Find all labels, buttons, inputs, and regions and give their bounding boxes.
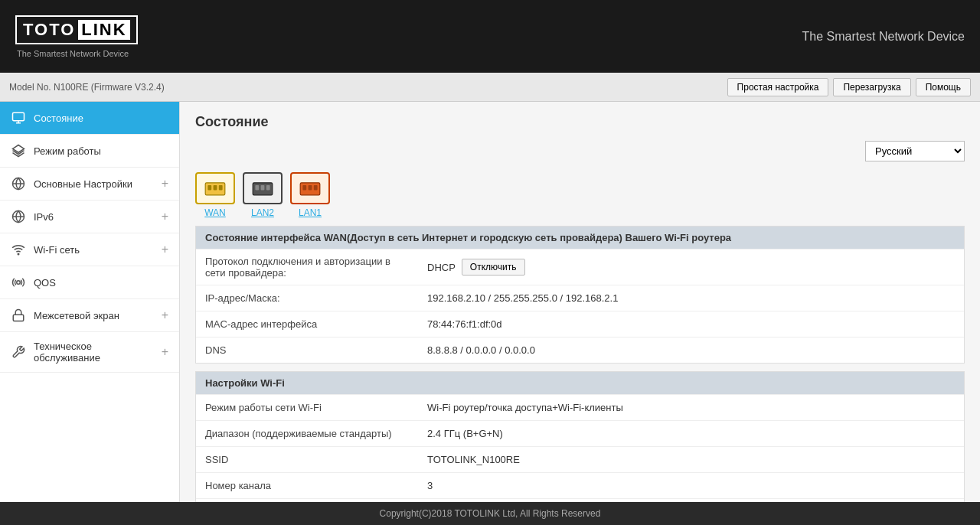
lan2-label: LAN2 bbox=[251, 207, 274, 218]
wifi-channel-label: Номер канала bbox=[196, 473, 418, 498]
wan-row-mac: MAC-адрес интерфейса 78:44:76:f1:df:0d bbox=[196, 311, 964, 337]
sidebar: Состояние Режим работы Основные Настройк… bbox=[0, 102, 180, 502]
logo-area: TOTO LINK The Smartest Network Device bbox=[15, 15, 138, 58]
wifi-ssid-label: SSID bbox=[196, 447, 418, 472]
wan-row-dns: DNS 8.8.8.8 / 0.0.0.0 / 0.0.0.0 bbox=[196, 337, 964, 363]
wan-port-icon bbox=[195, 172, 235, 204]
language-select[interactable]: Русский English 中文 bbox=[865, 141, 965, 161]
wifi-band-value: 2.4 ГГц (B+G+N) bbox=[418, 421, 964, 446]
wan-row-protocol: Протокол подключения и авторизации в сет… bbox=[196, 249, 964, 285]
main-layout: Состояние Режим работы Основные Настройк… bbox=[0, 102, 980, 502]
svg-point-9 bbox=[17, 281, 21, 285]
wrench-icon bbox=[11, 344, 26, 360]
layers-icon bbox=[11, 143, 26, 158]
logo-toto: TOTO bbox=[23, 20, 75, 40]
reboot-button[interactable]: Перезагрузка bbox=[833, 78, 910, 96]
content-area: Состояние Русский English 中文 WAN bbox=[180, 102, 980, 502]
svg-rect-14 bbox=[219, 185, 223, 190]
wan-label: WAN bbox=[204, 207, 226, 218]
logo-link: LINK bbox=[78, 20, 129, 40]
sidebar-item-basic-settings[interactable]: Основные Настройки + bbox=[0, 168, 179, 201]
wifi-row-mode: Режим работы сети Wi-Fi Wi-Fi роутер/точ… bbox=[196, 394, 964, 420]
wifi-encryption-label: Шифрование bbox=[196, 499, 418, 502]
toolbar: Model No. N100RE (Firmware V3.2.4) Прост… bbox=[0, 73, 980, 102]
svg-rect-0 bbox=[13, 112, 24, 121]
sidebar-item-work-mode[interactable]: Режим работы bbox=[0, 135, 179, 168]
footer-text: Copyright(C)2018 TOTOLINK Ltd, All Right… bbox=[380, 508, 601, 519]
sidebar-label-basic-settings: Основные Настройки bbox=[34, 178, 132, 190]
wifi-info-section: Настройки Wi-Fi Режим работы сети Wi-Fi … bbox=[195, 371, 965, 502]
expand-icon-wifi: + bbox=[162, 243, 168, 256]
port-lan1[interactable]: LAN1 bbox=[290, 172, 330, 218]
header: TOTO LINK The Smartest Network Device Th… bbox=[0, 0, 980, 73]
sidebar-label-wifi: Wi-Fi сеть bbox=[34, 244, 80, 256]
wan-section-title: Состояние интерфейса WAN(Доступ в сеть И… bbox=[196, 227, 964, 249]
wifi-row-encryption: Шифрование WPA2(Точка доступа),Откл.(WDS… bbox=[196, 498, 964, 502]
lan1-label: LAN1 bbox=[299, 207, 322, 218]
globe-icon bbox=[11, 176, 26, 191]
svg-rect-17 bbox=[261, 185, 265, 190]
model-info: Model No. N100RE (Firmware V3.2.4) bbox=[9, 82, 165, 93]
svg-rect-10 bbox=[13, 315, 24, 321]
wifi-row-ssid: SSID TOTOLINK_N100RE bbox=[196, 446, 964, 472]
port-wan[interactable]: WAN bbox=[195, 172, 235, 218]
sidebar-label-maintenance: Техническое обслуживание bbox=[34, 341, 154, 364]
wifi-ssid-value: TOTOLINK_N100RE bbox=[418, 447, 964, 472]
lock-icon bbox=[11, 308, 26, 323]
svg-rect-16 bbox=[255, 185, 259, 190]
sidebar-item-firewall[interactable]: Межсетевой экран + bbox=[0, 299, 179, 332]
svg-rect-12 bbox=[207, 185, 211, 190]
wifi-row-channel: Номер канала 3 bbox=[196, 472, 964, 498]
port-lan2[interactable]: LAN2 bbox=[243, 172, 283, 218]
wan-dns-value: 8.8.8.8 / 0.0.0.0 / 0.0.0.0 bbox=[418, 338, 964, 363]
wifi-section-title: Настройки Wi-Fi bbox=[196, 372, 964, 394]
wan-mac-value: 78:44:76:f1:df:0d bbox=[418, 311, 964, 337]
logo-tagline: The Smartest Network Device bbox=[15, 49, 129, 58]
sidebar-label-work-mode: Режим работы bbox=[34, 145, 101, 157]
wifi-channel-value: 3 bbox=[418, 473, 964, 498]
port-icons: WAN LAN2 bbox=[195, 172, 965, 218]
wifi-band-label: Диапазон (поддерживаемые стандарты) bbox=[196, 421, 418, 446]
qos-icon bbox=[11, 275, 26, 290]
svg-rect-21 bbox=[309, 185, 312, 190]
svg-rect-18 bbox=[266, 185, 270, 190]
wan-mac-label: MAC-адрес интерфейса bbox=[196, 311, 418, 337]
language-select-wrap: Русский English 中文 bbox=[195, 141, 965, 161]
disconnect-button[interactable]: Отключить bbox=[462, 259, 525, 276]
wan-protocol-value: DHCP Отключить bbox=[418, 249, 964, 285]
expand-icon-ipv6: + bbox=[162, 210, 168, 223]
wifi-row-band: Диапазон (поддерживаемые стандарты) 2.4 … bbox=[196, 420, 964, 446]
wifi-icon bbox=[11, 242, 26, 257]
page-title: Состояние bbox=[195, 114, 965, 130]
lan1-port-icon bbox=[290, 172, 330, 204]
footer: Copyright(C)2018 TOTOLINK Ltd, All Right… bbox=[0, 502, 980, 525]
logo-box: TOTO LINK bbox=[15, 15, 138, 44]
svg-point-8 bbox=[18, 253, 19, 255]
lan2-port-icon bbox=[243, 172, 283, 204]
expand-icon-firewall: + bbox=[162, 308, 168, 322]
sidebar-label-status: Состояние bbox=[34, 112, 83, 124]
wan-row-ip: IP-адрес/Маска: 192.168.2.10 / 255.255.2… bbox=[196, 285, 964, 311]
globe2-icon bbox=[11, 209, 26, 224]
header-tagline: The Smartest Network Device bbox=[802, 30, 965, 44]
wan-info-section: Состояние интерфейса WAN(Доступ в сеть И… bbox=[195, 226, 965, 364]
sidebar-label-qos: QOS bbox=[34, 277, 56, 289]
help-button[interactable]: Помощь bbox=[916, 78, 971, 96]
sidebar-item-maintenance[interactable]: Техническое обслуживание + bbox=[0, 332, 179, 373]
sidebar-item-wifi[interactable]: Wi-Fi сеть + bbox=[0, 233, 179, 266]
expand-icon-basic: + bbox=[162, 177, 168, 191]
sidebar-item-qos[interactable]: QOS bbox=[0, 266, 179, 299]
sidebar-label-ipv6: IPv6 bbox=[34, 211, 54, 223]
sidebar-item-status[interactable]: Состояние bbox=[0, 102, 179, 135]
wifi-encryption-value: WPA2(Точка доступа),Откл.(WDS) bbox=[418, 499, 964, 502]
simple-setup-button[interactable]: Простая настройка bbox=[727, 78, 829, 96]
svg-rect-22 bbox=[314, 185, 318, 190]
expand-icon-maintenance: + bbox=[162, 345, 168, 359]
wan-protocol-text: DHCP bbox=[427, 262, 456, 273]
wan-dns-label: DNS bbox=[196, 338, 418, 363]
wifi-mode-value: Wi-Fi роутер/точка доступа+Wi-Fi-клиенты bbox=[418, 395, 964, 420]
svg-rect-20 bbox=[302, 185, 306, 190]
toolbar-buttons: Простая настройка Перезагрузка Помощь bbox=[727, 78, 971, 96]
sidebar-item-ipv6[interactable]: IPv6 + bbox=[0, 201, 179, 233]
monitor-icon bbox=[11, 110, 26, 126]
